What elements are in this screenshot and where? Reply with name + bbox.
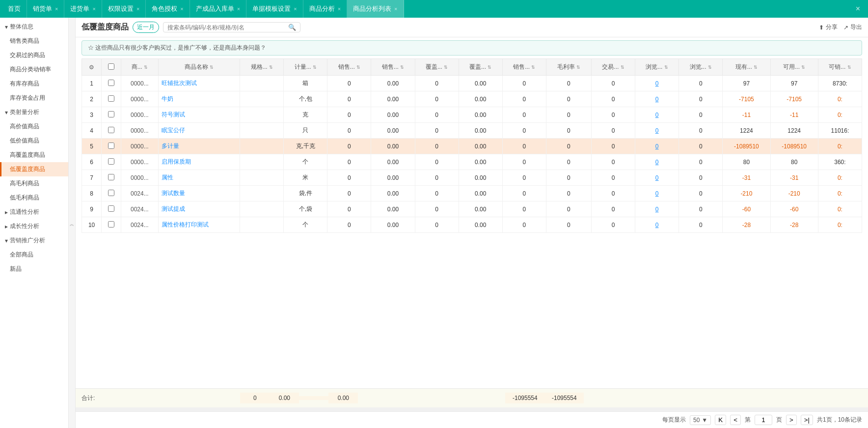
row-checkbox-7[interactable] [108, 190, 114, 196]
nav-tab-product-analysis-list-close[interactable]: × [394, 6, 397, 12]
sidebar-item-low-coverage[interactable]: 低覆盖度商品 [0, 162, 68, 176]
row-name[interactable]: 测试数量 [158, 186, 240, 201]
column-sale-amt[interactable]: 销售... ⇅ [371, 59, 415, 76]
search-icon[interactable]: 🔍 [288, 24, 296, 31]
last-page-button[interactable]: >| [801, 415, 813, 425]
global-close-button[interactable]: × [850, 4, 866, 13]
nav-tab-product-analysis-list[interactable]: 商品分析列表 × [347, 0, 404, 18]
select-all-checkbox[interactable] [108, 63, 114, 70]
first-page-button[interactable]: K [715, 415, 726, 425]
row-browse-count[interactable]: 0 [635, 91, 679, 107]
row-browse-count[interactable]: 0 [635, 186, 679, 201]
row-name[interactable]: 眠宝公仔 [158, 123, 240, 139]
sidebar-item-low-value[interactable]: 低价值商品 [0, 134, 68, 148]
row-browse-count[interactable]: 0 [635, 154, 679, 170]
row-checkbox-8[interactable] [108, 205, 114, 212]
row-checkbox-5[interactable] [108, 158, 114, 165]
nav-tab-sales-close[interactable]: × [55, 6, 58, 12]
export-button[interactable]: ↗ 导出 [843, 23, 862, 31]
column-saleable-stock[interactable]: 可销... ⇅ [818, 59, 862, 76]
sidebar-item-all-goods[interactable]: 全部商品 [0, 248, 68, 262]
sidebar-item-category-turnover[interactable]: 商品分类动销率 [0, 62, 68, 77]
sidebar-item-high-value[interactable]: 高价值商品 [0, 119, 68, 134]
prev-page-button[interactable]: < [730, 415, 741, 425]
row-checkbox-9[interactable] [108, 221, 114, 228]
sidebar-item-in-stock-goods[interactable]: 有库存商品 [0, 77, 68, 91]
row-browse-count[interactable]: 0 [635, 139, 679, 154]
row-checkbox-6[interactable] [108, 174, 114, 180]
sidebar-item-high-coverage[interactable]: 高覆盖度商品 [0, 148, 68, 162]
nav-tab-product-analysis-list-label: 商品分析列表 [353, 4, 391, 13]
row-browse-count[interactable]: 0 [635, 123, 679, 139]
sidebar-item-low-margin[interactable]: 低毛利商品 [0, 191, 68, 205]
row-checkbox-3[interactable] [108, 127, 114, 133]
column-cover-count[interactable]: 覆盖... ⇅ [415, 59, 459, 76]
nav-tab-product-inbound[interactable]: 产成品入库单 × [190, 0, 246, 18]
column-name[interactable]: 商品名称 ⇅ [158, 59, 240, 76]
column-sale-customer[interactable]: 销售... ⇅ [502, 59, 546, 76]
nav-tab-role[interactable]: 角色授权 × [146, 0, 190, 18]
nav-tab-product-analysis[interactable]: 商品分析 × [303, 0, 347, 18]
column-usable-stock[interactable]: 可用... ⇅ [770, 59, 818, 76]
row-browse-count[interactable]: 0 [635, 217, 679, 233]
date-badge[interactable]: 近一月 [133, 22, 159, 33]
row-browse-count[interactable]: 0 [635, 76, 679, 91]
sidebar-item-traded-goods[interactable]: 交易过的商品 [0, 48, 68, 62]
row-name[interactable]: 测试提成 [158, 201, 240, 217]
nav-tab-purchase[interactable]: 进货单 × [64, 0, 102, 18]
nav-tab-template[interactable]: 单据模板设置 × [246, 0, 303, 18]
settings-icon[interactable]: ⚙ [89, 64, 94, 71]
row-name[interactable]: 符号测试 [158, 107, 240, 123]
nav-tab-template-close[interactable]: × [294, 6, 297, 12]
column-settings[interactable]: ⚙ [82, 59, 102, 76]
column-current-stock[interactable]: 现有... ⇅ [723, 59, 770, 76]
nav-tab-permission-close[interactable]: × [136, 6, 139, 12]
row-name[interactable]: 牛奶 [158, 91, 240, 107]
nav-tab-permission[interactable]: 权限设置 × [102, 0, 146, 18]
row-name[interactable]: 启用保质期 [158, 154, 240, 170]
nav-tab-home[interactable]: 首页 [2, 0, 27, 18]
column-browse-rate[interactable]: 浏览... ⇅ [679, 59, 723, 76]
row-browse-count[interactable]: 0 [635, 107, 679, 123]
sidebar-item-stock-capital[interactable]: 库存资金占用 [0, 91, 68, 105]
horizontal-scrollbar[interactable] [76, 407, 868, 411]
row-browse-count[interactable]: 0 [635, 201, 679, 217]
nav-tab-purchase-close[interactable]: × [92, 6, 95, 12]
nav-tab-product-inbound-close[interactable]: × [237, 6, 240, 12]
sidebar-collapse-button[interactable]: 《 [69, 18, 76, 428]
row-name[interactable]: 旺辅批次测试 [158, 76, 240, 91]
column-unit[interactable]: 计量... ⇅ [284, 59, 327, 76]
column-cover-rate[interactable]: 覆盖... ⇅ [459, 59, 502, 76]
column-spec[interactable]: 规格... ⇅ [240, 59, 284, 76]
share-button[interactable]: ⬆ 分享 [819, 23, 838, 31]
nav-tab-product-analysis-close[interactable]: × [338, 6, 341, 12]
row-name[interactable]: 属性价格打印测试 [158, 217, 240, 233]
page-number-input[interactable] [755, 415, 772, 425]
row-checkbox-2[interactable] [108, 111, 114, 117]
column-gross-rate[interactable]: 毛利率 ⇅ [546, 59, 591, 76]
column-sale-qty[interactable]: 销售... ⇅ [327, 59, 371, 76]
sidebar-section-growth[interactable]: ▸ 成长性分析 [0, 219, 68, 233]
sidebar-section-category-analysis[interactable]: ▾ 类射量分析 [0, 105, 68, 119]
row-checkbox-1[interactable] [108, 95, 114, 102]
row-checkbox-0[interactable] [108, 80, 114, 86]
row-browse-count[interactable]: 0 [635, 170, 679, 186]
next-page-button[interactable]: > [786, 415, 797, 425]
nav-tab-sales[interactable]: 销货单 × [27, 0, 64, 18]
row-checkbox-4[interactable] [108, 143, 114, 149]
column-browse-count[interactable]: 浏览... ⇅ [635, 59, 679, 76]
sidebar-item-sales-goods[interactable]: 销售类商品 [0, 34, 68, 48]
sidebar-section-marketing[interactable]: ▾ 营销推广分析 [0, 233, 68, 248]
sidebar-section-liquidity[interactable]: ▸ 流通性分析 [0, 205, 68, 219]
column-code[interactable]: 商... ⇅ [121, 59, 158, 76]
sidebar-item-new-goods[interactable]: 新品 [0, 262, 68, 276]
sidebar-item-high-margin[interactable]: 高毛利商品 [0, 176, 68, 191]
row-name[interactable]: 多计量 [158, 139, 240, 154]
column-checkbox[interactable] [102, 59, 121, 76]
row-name[interactable]: 属性 [158, 170, 240, 186]
sidebar-section-overall[interactable]: ▾ 整体信息 [0, 20, 68, 34]
page-size-select[interactable]: 50 ▼ [690, 415, 711, 425]
nav-tab-role-close[interactable]: × [180, 6, 183, 12]
column-trade-count[interactable]: 交易... ⇅ [591, 59, 635, 76]
search-input[interactable] [167, 24, 286, 31]
